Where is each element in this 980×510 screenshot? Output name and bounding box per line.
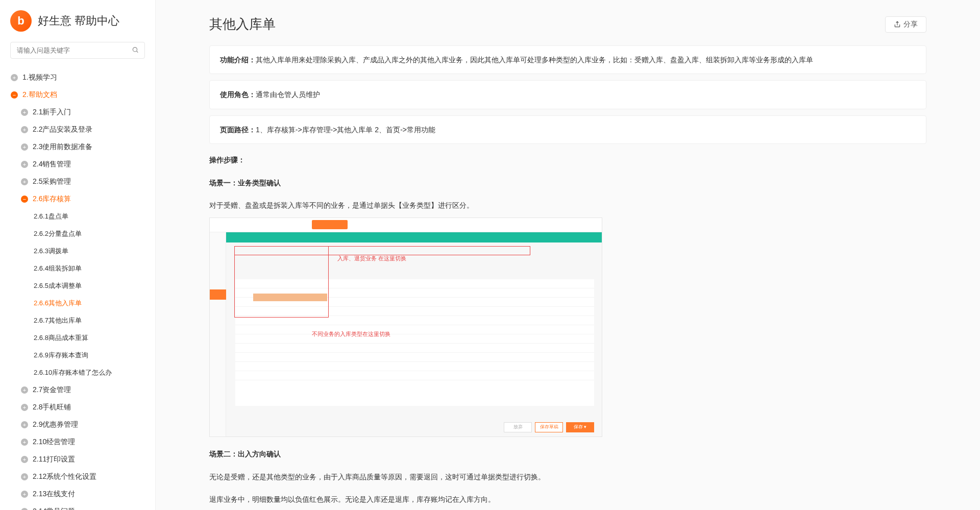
- search-box: [10, 42, 145, 59]
- scene1-text: 对于受赠、盘盈或是拆装入库等不同的业务，是通过单据头【业务类型】进行区分。: [209, 199, 926, 212]
- sidebar: b 好生意 帮助中心 +1.视频学习 −2.帮助文档 +2.1新手入门 +2.2…: [0, 0, 156, 510]
- nav-2-6-1[interactable]: 2.6.1盘点单: [10, 208, 145, 225]
- nav-2-6-2[interactable]: 2.6.2分量盘点单: [10, 225, 145, 242]
- nav-2-6-4[interactable]: 2.6.4组装拆卸单: [10, 260, 145, 277]
- nav-2-6-8[interactable]: 2.6.8商品成本重算: [10, 329, 145, 347]
- nav-2-6-10[interactable]: 2.6.10库存账本错了怎么办: [10, 364, 145, 381]
- search-icon[interactable]: [132, 46, 139, 55]
- nav-label: 2.帮助文档: [22, 90, 57, 100]
- brand-area: b 好生意 帮助中心: [10, 10, 145, 32]
- plus-icon: +: [20, 473, 29, 481]
- scene2-title: 场景二：出入方向确认: [209, 447, 926, 461]
- svg-line-1: [137, 51, 138, 53]
- nav-2-12[interactable]: +2.12系统个性化设置: [10, 468, 145, 485]
- scene2-text2: 退库业务中，明细数量均以负值红色展示。无论是入库还是退库，库存账均记在入库方向。: [209, 493, 926, 506]
- plus-icon: +: [20, 438, 29, 446]
- path-label: 页面路径：: [220, 126, 256, 134]
- share-icon: [894, 21, 901, 28]
- nav-label: 2.3使用前数据准备: [33, 142, 92, 152]
- nav-label: 2.6.3调拨单: [34, 247, 68, 256]
- nav-label: 2.7资金管理: [33, 385, 71, 395]
- screenshot-image: 入库、退货业务 在这里切换 不同业务的入库类型在这里切换 放弃 保存草稿 保存 …: [209, 217, 602, 437]
- nav-label: 2.9优惠券管理: [33, 420, 78, 429]
- steps-label: 操作步骤：: [209, 153, 926, 167]
- brand-logo: b: [10, 10, 32, 32]
- main-content: 其他入库单 分享 功能介绍：其他入库单用来处理除采购入库、产成品入库之外的其他入…: [156, 0, 980, 510]
- plus-icon: +: [20, 178, 29, 186]
- nav-label: 2.6.4组装拆卸单: [34, 264, 82, 273]
- nav-label: 2.6库存核算: [33, 195, 71, 204]
- minus-icon: −: [20, 195, 29, 203]
- scene1-title: 场景一：业务类型确认: [209, 176, 926, 190]
- brand-title: 好生意 帮助中心: [38, 13, 119, 29]
- nav-2-6-6[interactable]: 2.6.6其他入库单: [10, 295, 145, 312]
- share-button[interactable]: 分享: [885, 16, 926, 33]
- nav-2-2[interactable]: +2.2产品安装及登录: [10, 121, 145, 138]
- nav-2-6[interactable]: −2.6库存核算: [10, 190, 145, 208]
- search-input[interactable]: [10, 42, 145, 59]
- plus-icon: +: [20, 108, 29, 116]
- nav-label: 2.6.7其他出库单: [34, 316, 82, 325]
- nav-label: 2.12系统个性化设置: [33, 472, 96, 481]
- nav-2-11[interactable]: +2.11打印设置: [10, 451, 145, 468]
- nav-label: 2.6.2分量盘点单: [34, 229, 82, 238]
- plus-icon: +: [20, 490, 29, 498]
- intro-label: 功能介绍：: [220, 56, 256, 64]
- nav-2-3[interactable]: +2.3使用前数据准备: [10, 138, 145, 156]
- plus-icon: +: [20, 507, 29, 510]
- svg-point-0: [133, 47, 137, 51]
- nav-label: 2.4销售管理: [33, 160, 71, 169]
- nav-2-1[interactable]: +2.1新手入门: [10, 104, 145, 121]
- nav-label: 2.6.1盘点单: [34, 212, 68, 221]
- annotation-2: 不同业务的入库类型在这里切换: [312, 330, 390, 338]
- path-text: 1、库存核算->库存管理->其他入库单 2、首页->常用功能: [256, 126, 435, 134]
- page-header: 其他入库单 分享: [209, 15, 926, 33]
- nav-label: 2.11打印设置: [33, 455, 75, 464]
- intro-box: 功能介绍：其他入库单用来处理除采购入库、产成品入库之外的其他入库业务，因此其他入…: [209, 45, 926, 74]
- plus-icon: +: [20, 143, 29, 151]
- share-label: 分享: [903, 20, 918, 29]
- nav-2-6-7[interactable]: 2.6.7其他出库单: [10, 312, 145, 329]
- plus-icon: +: [20, 126, 29, 134]
- nav-2-8[interactable]: +2.8手机旺铺: [10, 399, 145, 416]
- plus-icon: +: [10, 74, 18, 82]
- path-box: 页面路径：1、库存核算->库存管理->其他入库单 2、首页->常用功能: [209, 115, 926, 144]
- nav-2-7[interactable]: +2.7资金管理: [10, 381, 145, 399]
- nav-label: 2.6.6其他入库单: [34, 299, 82, 308]
- plus-icon: +: [20, 386, 29, 394]
- nav-2-10[interactable]: +2.10经营管理: [10, 433, 145, 451]
- intro-text: 其他入库单用来处理除采购入库、产成品入库之外的其他入库业务，因此其他入库单可处理…: [256, 56, 813, 64]
- nav-label: 2.5采购管理: [33, 177, 71, 186]
- nav-2-6-9[interactable]: 2.6.9库存账本查询: [10, 347, 145, 364]
- nav-2-5[interactable]: +2.5采购管理: [10, 173, 145, 190]
- annotation-1: 入库、退货业务 在这里切换: [337, 255, 406, 262]
- nav-label: 2.6.5成本调整单: [34, 281, 82, 290]
- plus-icon: +: [20, 421, 29, 429]
- nav-2-6-5[interactable]: 2.6.5成本调整单: [10, 277, 145, 295]
- nav-label: 2.1新手入门: [33, 108, 71, 117]
- nav-2-9[interactable]: +2.9优惠券管理: [10, 416, 145, 433]
- nav-label: 2.8手机旺铺: [33, 403, 71, 412]
- plus-icon: +: [20, 403, 29, 411]
- nav-label: 2.14常见问题: [33, 507, 75, 510]
- page-title: 其他入库单: [209, 15, 276, 33]
- nav-2-4[interactable]: +2.4销售管理: [10, 156, 145, 173]
- nav-2-13[interactable]: +2.13在线支付: [10, 485, 145, 503]
- nav-label: 1.视频学习: [22, 73, 57, 82]
- nav-video[interactable]: +1.视频学习: [10, 69, 145, 86]
- plus-icon: +: [20, 455, 29, 464]
- role-label: 使用角色：: [220, 90, 256, 99]
- scene2-text1: 无论是受赠，还是其他类型的业务，由于入库商品质量等原因，需要退回，这时可通过单据…: [209, 470, 926, 484]
- nav-label: 2.13在线支付: [33, 490, 75, 499]
- nav-label: 2.6.10库存账本错了怎么办: [34, 368, 112, 377]
- nav-2-14[interactable]: +2.14常见问题: [10, 503, 145, 510]
- minus-icon: −: [10, 91, 18, 99]
- nav-label: 2.10经营管理: [33, 438, 75, 447]
- nav-label: 2.6.9库存账本查询: [34, 351, 88, 360]
- nav-label: 2.6.8商品成本重算: [34, 333, 88, 343]
- nav-2-6-3[interactable]: 2.6.3调拨单: [10, 242, 145, 260]
- nav-help-docs[interactable]: −2.帮助文档: [10, 86, 145, 104]
- role-box: 使用角色：通常由仓管人员维护: [209, 80, 926, 109]
- role-text: 通常由仓管人员维护: [256, 90, 320, 99]
- nav-label: 2.2产品安装及登录: [33, 125, 92, 134]
